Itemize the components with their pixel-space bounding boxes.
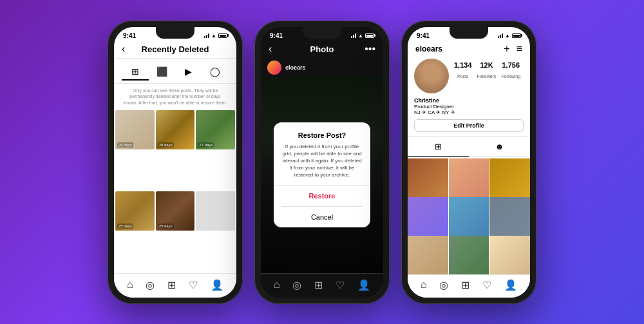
status-icons-3: ▲ bbox=[498, 33, 521, 39]
edit-profile-button[interactable]: Edit Profile bbox=[414, 119, 524, 132]
profile-photo-grid bbox=[408, 158, 530, 274]
p2-modal-overlay: Restore Post? If you deleted it from you… bbox=[261, 77, 383, 273]
home-nav-icon-3[interactable]: ⌂ bbox=[421, 279, 427, 291]
shop-nav-icon-3[interactable]: ♡ bbox=[482, 279, 491, 291]
p3-grid-tabs: ⊞ ☻ bbox=[408, 136, 530, 157]
p2-user-row: eloears bbox=[261, 58, 383, 77]
profile-nav-icon-1[interactable]: 👤 bbox=[211, 279, 223, 291]
phone-1: 9:41 ▲ ‹ Recently Deleted ⊞ bbox=[108, 21, 243, 304]
p2-avatar bbox=[267, 61, 281, 75]
deleted-photo-5[interactable]: 25 days bbox=[156, 191, 195, 231]
wifi-icon-3: ▲ bbox=[505, 33, 510, 39]
restore-dialog-title: Restore Post? bbox=[281, 131, 363, 139]
p3-username-header: eloears bbox=[415, 44, 442, 53]
bio-location: NJ ✈ CA ✈ NY ✈ bbox=[414, 110, 524, 115]
restore-dialog-body: If you deleted it from your profile grid… bbox=[281, 143, 363, 179]
tagged-icon: ☻ bbox=[495, 142, 504, 151]
profile-tagged-tab[interactable]: ☻ bbox=[469, 137, 530, 157]
restore-button[interactable]: Restore bbox=[281, 186, 363, 207]
profile-photo-8[interactable] bbox=[449, 236, 489, 274]
add-nav-icon-2[interactable]: ⊞ bbox=[314, 279, 323, 291]
photo-5-label: 25 days bbox=[158, 224, 174, 229]
battery-icon-3 bbox=[512, 33, 521, 38]
status-time-3: 9:41 bbox=[417, 32, 430, 39]
deleted-photo-4[interactable]: 25 days bbox=[115, 191, 155, 231]
p3-stats: 1,134 Posts 12K Followers 1,756 Followin… bbox=[454, 59, 520, 81]
grid-icon: ⊞ bbox=[435, 142, 442, 151]
p3-profile-section: 1,134 Posts 12K Followers 1,756 Followin… bbox=[408, 57, 530, 97]
profile-photo-2[interactable] bbox=[449, 158, 489, 199]
followers-stat: 12K Followers bbox=[477, 61, 497, 81]
search-nav-icon-1[interactable]: ◎ bbox=[146, 279, 155, 291]
status-time-1: 9:41 bbox=[123, 32, 136, 39]
screen-1: 9:41 ▲ ‹ Recently Deleted ⊞ bbox=[114, 27, 236, 298]
deleted-photo-2[interactable]: 28 days bbox=[156, 110, 195, 149]
search-nav-icon-2[interactable]: ◎ bbox=[292, 279, 301, 291]
add-post-icon[interactable]: + bbox=[504, 43, 509, 55]
phone-3: 9:41 ▲ eloears + ≡ bbox=[401, 21, 536, 304]
tab-video[interactable]: ▶ bbox=[175, 64, 202, 81]
photo-1-label: 29 days bbox=[117, 142, 133, 148]
deleted-photo-3[interactable]: 27 days bbox=[196, 110, 235, 149]
signal-icon-3 bbox=[498, 33, 503, 38]
photo-4-label: 25 days bbox=[117, 224, 133, 229]
deleted-photo-empty bbox=[196, 191, 235, 231]
p2-username: eloears bbox=[285, 64, 306, 71]
menu-icon[interactable]: ≡ bbox=[516, 43, 522, 55]
signal-icon-2 bbox=[351, 33, 356, 38]
profile-nav-icon-3[interactable]: 👤 bbox=[504, 279, 517, 291]
more-button-2[interactable]: ••• bbox=[365, 43, 375, 55]
bio-title: Product Designer bbox=[414, 104, 524, 110]
followers-label: Followers bbox=[477, 74, 497, 79]
posts-count: 1,134 bbox=[454, 61, 472, 69]
search-nav-icon-3[interactable]: ◎ bbox=[439, 279, 448, 291]
profile-photo-5[interactable] bbox=[449, 197, 489, 238]
following-label: Following bbox=[501, 74, 520, 79]
screen-2: 9:41 ▲ ‹ Photo ••• eloears bbox=[261, 27, 383, 298]
screen-3: 9:41 ▲ eloears + ≡ bbox=[408, 27, 530, 298]
battery-icon-1 bbox=[218, 33, 227, 38]
wifi-icon-2: ▲ bbox=[358, 33, 363, 39]
home-nav-icon-1[interactable]: ⌂ bbox=[127, 279, 133, 291]
p3-avatar-face bbox=[414, 59, 449, 93]
shop-nav-icon-2[interactable]: ♡ bbox=[336, 279, 345, 291]
tab-story[interactable]: ◯ bbox=[202, 64, 229, 81]
notch-2 bbox=[303, 27, 341, 39]
deleted-photo-1[interactable]: 29 days bbox=[115, 110, 155, 149]
bio-name: Christine bbox=[414, 97, 524, 104]
shop-nav-icon-1[interactable]: ♡ bbox=[189, 279, 198, 291]
status-icons-2: ▲ bbox=[351, 33, 374, 39]
signal-icon-1 bbox=[204, 33, 209, 38]
profile-photo-1[interactable] bbox=[408, 158, 448, 199]
p3-header-icons: + ≡ bbox=[504, 43, 522, 55]
deleted-photo-grid: 29 days 28 days 27 days 25 days 25 days bbox=[114, 109, 236, 273]
restore-dialog: Restore Post? If you deleted it from you… bbox=[274, 122, 370, 228]
status-icons-1: ▲ bbox=[204, 33, 227, 39]
profile-photo-4[interactable] bbox=[408, 197, 448, 238]
profile-photo-9[interactable] bbox=[489, 236, 530, 274]
posts-label: Posts bbox=[457, 74, 469, 79]
p3-bio: Christine Product Designer NJ ✈ CA ✈ NY … bbox=[408, 97, 530, 118]
back-button-2[interactable]: ‹ bbox=[269, 43, 272, 55]
tab-grid[interactable]: ⊞ bbox=[122, 64, 149, 81]
profile-photo-6[interactable] bbox=[489, 197, 530, 238]
profile-photo-7[interactable] bbox=[408, 236, 448, 274]
info-text: Only you can see these posts. They will … bbox=[114, 84, 236, 109]
tab-reel[interactable]: ⬛ bbox=[149, 64, 176, 81]
profile-photo-3[interactable] bbox=[489, 158, 530, 199]
p2-header: ‹ Photo ••• bbox=[261, 42, 383, 58]
add-nav-icon-1[interactable]: ⊞ bbox=[167, 279, 176, 291]
p1-tabs: ⊞ ⬛ ▶ ◯ bbox=[114, 59, 236, 84]
grid-tab-icon: ⊞ bbox=[131, 66, 139, 77]
back-button-1[interactable]: ‹ bbox=[122, 43, 125, 55]
profile-grid-tab[interactable]: ⊞ bbox=[408, 137, 469, 157]
cancel-button[interactable]: Cancel bbox=[281, 207, 363, 227]
page-title-2: Photo bbox=[310, 44, 334, 54]
following-stat: 1,756 Following bbox=[501, 61, 520, 81]
home-nav-icon-2[interactable]: ⌂ bbox=[274, 279, 280, 291]
phone-2: 9:41 ▲ ‹ Photo ••• eloears bbox=[254, 21, 390, 304]
profile-nav-icon-2[interactable]: 👤 bbox=[357, 279, 370, 291]
video-tab-icon: ▶ bbox=[185, 66, 192, 77]
p3-header: eloears + ≡ bbox=[408, 42, 530, 57]
add-nav-icon-3[interactable]: ⊞ bbox=[461, 279, 469, 291]
